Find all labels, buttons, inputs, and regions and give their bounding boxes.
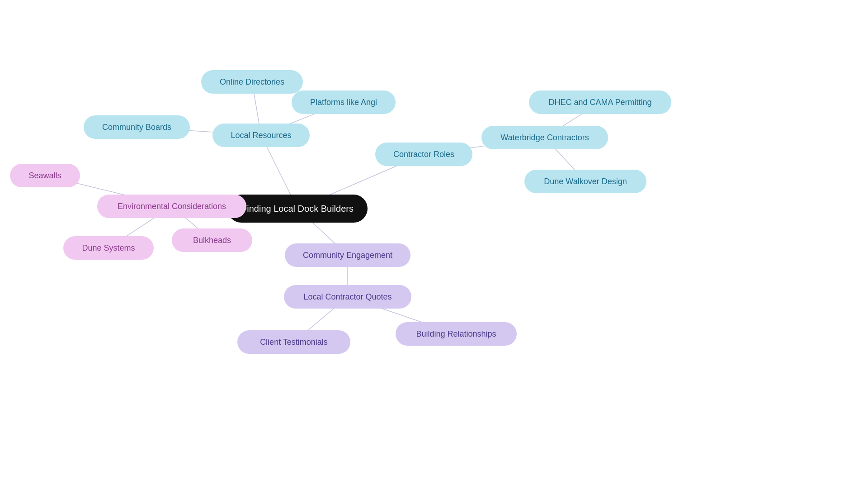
dhec-label: DHEC and CAMA Permitting (548, 98, 651, 107)
waterbridge-label: Waterbridge Contractors (500, 133, 589, 143)
bulkheads-label: Bulkheads (193, 236, 231, 245)
environmental-label: Environmental Considerations (118, 202, 226, 211)
node-building-relationships[interactable]: Building Relationships (396, 322, 517, 346)
building-relationships-label: Building Relationships (416, 329, 496, 339)
node-dune-systems[interactable]: Dune Systems (63, 236, 154, 260)
node-bulkheads[interactable]: Bulkheads (172, 228, 252, 252)
node-seawalls[interactable]: Seawalls (10, 164, 80, 187)
community-boards-label: Community Boards (102, 123, 171, 132)
node-platforms-angi[interactable]: Platforms like Angi (292, 90, 396, 114)
client-testimonials-label: Client Testimonials (260, 338, 328, 347)
node-contractor-roles[interactable]: Contractor Roles (375, 143, 472, 166)
node-local-resources[interactable]: Local Resources (212, 124, 310, 147)
dune-walkover-label: Dune Walkover Design (544, 177, 627, 186)
seawalls-label: Seawalls (28, 171, 61, 181)
node-community-engagement[interactable]: Community Engagement (285, 243, 410, 267)
node-client-testimonials[interactable]: Client Testimonials (237, 330, 350, 354)
local-contractor-quotes-label: Local Contractor Quotes (303, 292, 392, 302)
node-local-contractor-quotes[interactable]: Local Contractor Quotes (284, 285, 411, 309)
community-engagement-label: Community Engagement (303, 251, 392, 260)
online-directories-label: Online Directories (220, 77, 284, 87)
contractor-roles-label: Contractor Roles (393, 150, 454, 159)
dune-systems-label: Dune Systems (82, 243, 135, 253)
local-resources-label: Local Resources (231, 131, 291, 140)
node-online-directories[interactable]: Online Directories (201, 70, 303, 94)
center-label: Finding Local Dock Builders (241, 204, 354, 214)
node-dune-walkover[interactable]: Dune Walkover Design (524, 170, 646, 193)
node-community-boards[interactable]: Community Boards (84, 115, 190, 139)
platforms-angi-label: Platforms like Angi (310, 98, 377, 107)
node-waterbridge[interactable]: Waterbridge Contractors (481, 126, 608, 149)
node-dhec[interactable]: DHEC and CAMA Permitting (529, 90, 671, 114)
center-node[interactable]: Finding Local Dock Builders (227, 195, 368, 223)
node-environmental[interactable]: Environmental Considerations (97, 195, 246, 218)
